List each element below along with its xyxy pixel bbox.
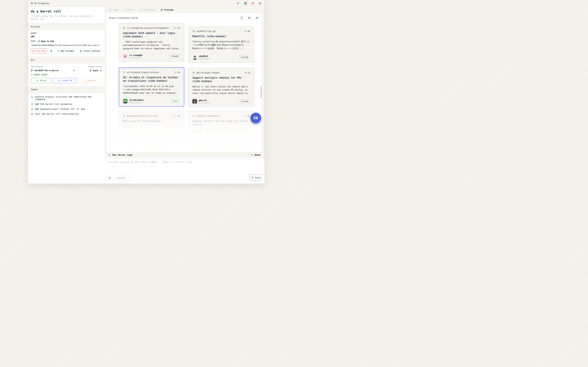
todos-section-header: Todos xyxy=(28,86,105,93)
repo-name: romanlv/readlater2 xyxy=(196,115,219,117)
clock-icon xyxy=(245,115,247,117)
pr-card[interactable]: gburch/gybe-kanban 2d Support multiple r… xyxy=(188,68,254,107)
terminal-icon xyxy=(108,154,111,156)
actions-section: AGENT AMP PATH Open in Zed …2dz0k7n62z93… xyxy=(28,30,105,57)
rebase-refresh-icon xyxy=(85,80,87,82)
age-label: 11d xyxy=(173,115,180,117)
stop-circle-icon xyxy=(32,50,35,52)
pr-title: Hello,world (vibe-kanban) xyxy=(123,119,180,123)
clock-icon xyxy=(245,72,247,74)
external-link-icon xyxy=(38,40,40,42)
composer: DEFAULT Send xyxy=(105,158,265,184)
git-pull-request-icon xyxy=(192,72,195,74)
dev-logs-button[interactable] xyxy=(49,49,54,54)
close-icon[interactable] xyxy=(259,2,261,5)
status-badge: closed xyxy=(169,54,180,58)
git-pull-request-icon xyxy=(124,9,126,11)
pr-card[interactable]: romanlv/readlater2 8d update favicon to … xyxy=(188,111,254,152)
branch-settings-gear-icon[interactable] xyxy=(100,69,102,72)
repo-name: gmaekawa/hello-world-api xyxy=(127,115,157,117)
task-attempt-window: In Progress do a barrel roll if users pr… xyxy=(28,0,265,184)
delete-icon[interactable] xyxy=(251,2,254,5)
agent-value: AMP xyxy=(31,35,102,38)
create-subtask-button[interactable]: Create Subtask xyxy=(78,49,102,54)
tab-preview[interactable]: Preview xyxy=(161,8,173,11)
status-badge: In Progress xyxy=(31,2,49,5)
tab-bar: Logs Diffs Processes Preview xyxy=(105,7,265,13)
send-button[interactable]: Send xyxy=(250,175,262,181)
page-title: do a barrel roll xyxy=(31,9,102,13)
status-badge: closed xyxy=(239,99,250,104)
repo-name: rs-cuongph/my-password-management xyxy=(127,27,169,29)
clock-icon xyxy=(173,27,176,29)
pr-title: update favicon to use logo.svg (vibe-kan… xyxy=(192,119,250,126)
url-text[interactable]: http://localhost:5173/ xyxy=(109,17,138,19)
show-logs-toggle[interactable]: Show xyxy=(251,154,260,156)
clock-icon xyxy=(245,30,247,32)
in-progress-dot-icon xyxy=(31,2,33,4)
create-pr-button[interactable]: Create PR xyxy=(54,78,76,83)
pr-card[interactable]: gmaekawa/hello-world-api 11d Hello,world… xyxy=(119,111,184,152)
refresh-button[interactable] xyxy=(239,15,244,21)
arrow-right-icon: → xyxy=(58,69,89,72)
attach-image-button[interactable] xyxy=(107,175,112,181)
todo-item: Add keyboard event listener for 'b' key xyxy=(31,108,102,110)
stop-dev-button[interactable]: Stop Dev xyxy=(31,49,47,54)
edit-icon[interactable] xyxy=(244,2,247,5)
author-name: alcibiadesc xyxy=(129,99,144,101)
author-role: Contributor xyxy=(129,57,142,58)
task-header: do a barrel roll if users press the 'b' … xyxy=(28,7,105,23)
open-external-button[interactable] xyxy=(254,15,260,21)
repo-name: alcibiadesc/happy-balance xyxy=(127,71,159,74)
git-section-header: Git xyxy=(28,57,105,63)
target-branch-label: Target Branch xyxy=(88,66,102,68)
rebase-button[interactable]: Rebase xyxy=(78,78,102,83)
author-name: gmaekawa xyxy=(129,144,141,147)
open-in-zed-link[interactable]: Open in Zed xyxy=(38,40,54,42)
tab-processes[interactable]: Processes xyxy=(140,8,155,11)
pr-title: Makefile (vibe-kanban) xyxy=(192,35,250,38)
git-pull-request-icon xyxy=(123,71,125,74)
merge-button[interactable]: Merge xyxy=(31,78,52,83)
clock-icon xyxy=(173,115,176,117)
author-role: Contributor xyxy=(199,102,211,104)
git-branch-icon xyxy=(31,69,33,72)
todo-item: Add CSS barrel roll animation xyxy=(31,103,102,106)
scroll-icon xyxy=(50,50,52,52)
git-pull-request-icon xyxy=(123,27,125,29)
tab-diffs[interactable]: Diffs xyxy=(124,8,134,11)
status-badge: closed xyxy=(239,55,250,59)
pr-description: ![screenshot 2025-10-03 at 13.13.48.png]… xyxy=(123,85,180,95)
tab-logs[interactable]: Logs xyxy=(109,8,118,11)
plus-icon xyxy=(57,50,60,52)
variant-select[interactable]: DEFAULT xyxy=(115,175,133,181)
monitor-icon xyxy=(161,9,163,11)
scrollbar-thumb[interactable] xyxy=(261,86,261,98)
dev-server-logs-label: Dev Server Logs xyxy=(112,154,132,156)
task-description: if users press the 'b' button, the site … xyxy=(31,15,102,21)
todos-list: Explore project structure and understand… xyxy=(28,93,105,120)
git-pull-request-icon xyxy=(58,80,60,82)
url-bar: http://localhost:5173/ xyxy=(106,13,262,23)
target-branch: main xyxy=(89,69,98,72)
titlebar: In Progress xyxy=(28,0,265,7)
pr-card[interactable]: sky0621/tips-go 6d Makefile (vibe-kanban… xyxy=(188,26,254,63)
status-label: In Progress xyxy=(34,2,49,5)
age-label: 3d xyxy=(174,71,180,74)
pr-card[interactable]: rs-cuongph/my-password-management 11d Im… xyxy=(119,23,184,62)
message-input[interactable] xyxy=(108,161,262,173)
send-plane-icon xyxy=(251,176,253,179)
avatar xyxy=(123,144,127,149)
vibe-kanban-logo[interactable]: VK xyxy=(251,113,261,123)
minimize-icon[interactable] xyxy=(237,2,240,5)
copy-url-button[interactable] xyxy=(247,15,252,21)
sidebar: do a barrel roll if users press the 'b' … xyxy=(28,7,105,184)
new-attempt-button[interactable]: New Attempt xyxy=(55,49,76,54)
git-pull-request-icon xyxy=(192,30,195,33)
preview-viewport: rs-cuongph/my-password-management 11d Im… xyxy=(106,23,262,152)
preview-browser-panel: http://localhost:5173/ xyxy=(106,13,262,152)
refresh-icon xyxy=(240,17,243,19)
git-branch-icon xyxy=(89,69,92,72)
git-merge-icon xyxy=(37,80,39,82)
pr-card-selected[interactable]: alcibiadesc/happy-balance 3d UX: Arregla… xyxy=(119,67,184,107)
